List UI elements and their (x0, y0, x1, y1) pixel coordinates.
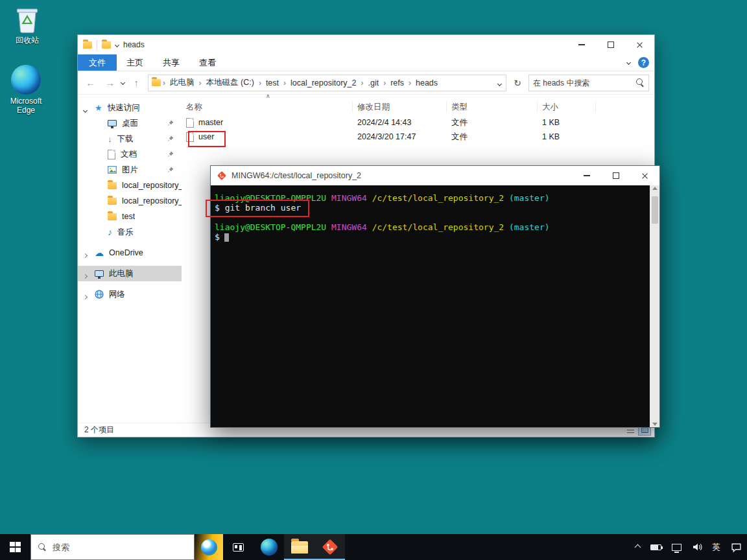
chevron-right-icon[interactable] (83, 295, 88, 299)
sidebar-item-downloads[interactable]: ↓ 下载 (78, 131, 182, 146)
taskbar-edge-button[interactable] (254, 534, 284, 560)
minimize-button[interactable] (567, 35, 596, 54)
edge-desktop-label: Microsoft Edge (1, 97, 51, 115)
address-dropdown-icon[interactable] (497, 81, 502, 86)
help-button[interactable]: ? (638, 57, 649, 68)
column-header-date[interactable]: 修改日期 (353, 101, 447, 113)
sidebar-item-music[interactable]: ♪ 音乐 (78, 224, 182, 240)
network-button[interactable] (667, 534, 687, 560)
minimize-icon (578, 44, 585, 45)
quick-access-toolbar-icon[interactable] (102, 41, 111, 49)
refresh-icon[interactable]: ↻ (510, 78, 525, 88)
ribbon-collapse-icon[interactable] (626, 60, 631, 65)
terminal-titlebar[interactable]: MINGW64:/c/test/local_repository_2 (211, 166, 659, 185)
news-widget-button[interactable] (195, 534, 223, 560)
maximize-button[interactable] (601, 166, 630, 185)
breadcrumb[interactable]: › 此电脑 › 本地磁盘 (C:) › test › local_reposit… (148, 75, 506, 91)
chevron-down-icon[interactable] (83, 108, 88, 113)
breadcrumb-item[interactable]: local_repository_2 (288, 78, 359, 88)
volume-button[interactable] (687, 534, 707, 560)
taskbar: 英 (0, 534, 747, 560)
explorer-search-input[interactable] (533, 78, 634, 88)
chevron-right-icon[interactable] (83, 253, 88, 258)
forward-icon[interactable]: → (102, 77, 118, 88)
terminal-window[interactable]: MINGW64:/c/test/local_repository_2 liaoj… (210, 165, 660, 428)
terminal-content[interactable]: liaojy@DESKTOP-QMPPL2U MINGW64 /c/test/l… (211, 185, 659, 427)
recycle-bin-icon[interactable]: 回收站 (3, 5, 52, 45)
explorer-titlebar[interactable]: heads (78, 35, 654, 54)
recycle-bin-image (3, 5, 52, 34)
maximize-icon (608, 41, 614, 48)
sidebar-item-quick-access[interactable]: ★ 快速访问 (78, 100, 182, 115)
terminal-prompt-line: liaojy@DESKTOP-QMPPL2U MINGW64 /c/test/l… (215, 222, 646, 232)
explorer-addressbar: ← → ↑ › 此电脑 › 本地磁盘 (C:) › test › local_r… (78, 71, 654, 95)
tray-expand-button[interactable] (630, 534, 645, 560)
close-icon (636, 41, 643, 49)
battery-button[interactable] (645, 534, 667, 560)
file-row-master[interactable]: master 2024/2/4 14:43 文件 1 KB (182, 115, 654, 130)
column-header-name[interactable]: 名称 (182, 101, 353, 113)
close-button[interactable] (630, 166, 659, 185)
menu-home[interactable]: 主页 (117, 54, 153, 71)
breadcrumb-separator: › (162, 78, 166, 88)
breadcrumb-item[interactable]: 本地磁盘 (C:) (204, 77, 257, 88)
maximize-button[interactable] (596, 35, 625, 54)
taskbar-search-box[interactable] (30, 534, 195, 560)
breadcrumb-item[interactable]: refs (388, 78, 407, 88)
scrollbar-thumb[interactable] (652, 196, 658, 224)
taskbar-git-button[interactable] (314, 534, 345, 560)
scroll-up-icon[interactable] (652, 187, 658, 190)
action-center-button[interactable] (726, 534, 747, 560)
explorer-search-box[interactable] (528, 75, 649, 91)
pin-icon (167, 135, 174, 142)
file-icon (186, 118, 194, 128)
sidebar-item-onedrive[interactable]: ☁ OneDrive (78, 245, 182, 261)
window-controls (567, 35, 654, 54)
back-icon[interactable]: ← (83, 77, 99, 88)
up-icon[interactable]: ↑ (128, 77, 144, 88)
menu-view[interactable]: 查看 (189, 54, 226, 71)
menu-share[interactable]: 共享 (153, 54, 189, 71)
terminal-input-line[interactable]: $ (215, 232, 646, 242)
terminal-prompt-line: liaojy@DESKTOP-QMPPL2U MINGW64 /c/test/l… (215, 193, 646, 203)
qat-dropdown-icon[interactable] (115, 42, 119, 47)
desktop[interactable]: { "desktop": { "icons": [ {"label": "回收站… (0, 0, 747, 560)
start-button[interactable] (0, 534, 30, 560)
sidebar-item-documents[interactable]: 文档 (78, 146, 182, 162)
file-row-user[interactable]: user 2024/3/20 17:47 文件 1 KB (182, 130, 654, 144)
breadcrumb-item[interactable]: .git (365, 78, 381, 88)
minimize-button[interactable] (572, 166, 601, 185)
breadcrumb-item[interactable]: heads (413, 78, 440, 88)
column-header-size[interactable]: 大小 (538, 101, 596, 113)
item-count: 2 个项目 (84, 425, 114, 436)
scroll-down-icon[interactable] (652, 423, 658, 426)
column-header-type[interactable]: 类型 (447, 101, 538, 113)
news-widget-icon (201, 539, 217, 555)
menu-file[interactable]: 文件 (78, 54, 117, 71)
sidebar-item-network[interactable]: 网络 (78, 286, 182, 302)
search-icon[interactable] (636, 78, 645, 87)
battery-icon (650, 544, 661, 550)
chevron-right-icon[interactable] (83, 274, 88, 279)
taskbar-search-input[interactable] (53, 542, 187, 552)
edge-desktop-icon[interactable]: Microsoft Edge (1, 65, 51, 115)
sidebar-item-desktop[interactable]: 桌面 (78, 115, 182, 131)
terminal-scrollbar[interactable] (650, 185, 659, 427)
sidebar-item-this-pc[interactable]: 此电脑 (78, 266, 182, 281)
task-view-button[interactable] (223, 534, 254, 560)
history-dropdown-icon[interactable] (121, 80, 125, 85)
breadcrumb-item[interactable]: test (263, 78, 281, 88)
git-icon (217, 170, 227, 181)
address-folder-icon (152, 79, 161, 86)
language-indicator[interactable]: 英 (707, 534, 726, 560)
maximize-icon (613, 172, 619, 179)
close-button[interactable] (625, 35, 654, 54)
sidebar-item-local-repository-1[interactable]: local_repository_1 (78, 178, 182, 193)
breadcrumb-separator: › (383, 78, 386, 88)
breadcrumb-item[interactable]: 此电脑 (167, 77, 197, 88)
folder-icon (108, 213, 117, 220)
taskbar-explorer-button[interactable] (284, 534, 314, 560)
sidebar-item-pictures[interactable]: 图片 (78, 162, 182, 178)
sidebar-item-local-repository-2[interactable]: local_repository_2 (78, 193, 182, 209)
sidebar-item-test[interactable]: test (78, 209, 182, 224)
